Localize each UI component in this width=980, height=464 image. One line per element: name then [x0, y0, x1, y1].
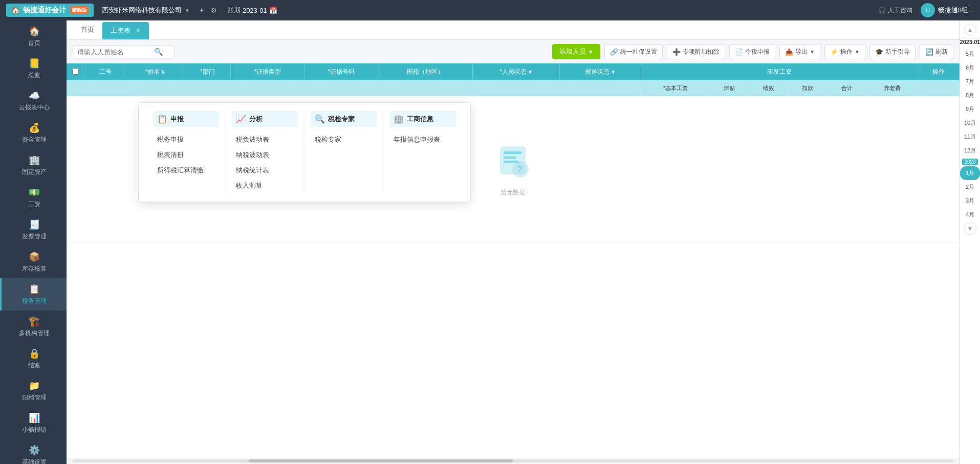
- sidebar-label-cloud: 云报表中心: [19, 103, 50, 112]
- month-9[interactable]: 9月: [960, 102, 980, 116]
- tax-report-btn[interactable]: 📄 个税申报: [729, 45, 775, 59]
- sidebar-label-invoice: 发票管理: [22, 232, 47, 241]
- nav-up-arrow[interactable]: ▲: [964, 24, 976, 36]
- name-sort-icon: ⇅: [161, 70, 165, 75]
- select-all-checkbox[interactable]: [72, 68, 79, 75]
- deduct-btn[interactable]: ➕ 专项附加扣除: [667, 45, 725, 59]
- sidebar-item-multi[interactable]: 🏗️ 多机构管理: [0, 311, 67, 343]
- send-filter-icon[interactable]: ▼: [611, 69, 616, 75]
- header-send[interactable]: 报送状态▼: [560, 63, 641, 80]
- search-input[interactable]: [77, 48, 154, 56]
- month-8[interactable]: 8月: [960, 89, 980, 102]
- guide-btn[interactable]: 🎓 新手引导: [869, 45, 916, 59]
- sidebar-label-tax: 税务管理: [22, 297, 47, 305]
- sidebar-item-cloud[interactable]: ☁️ 云报表中心: [0, 85, 67, 117]
- invoice-icon: 🧾: [29, 219, 40, 230]
- app-sub-label: 旗舰版: [70, 6, 89, 14]
- search-box[interactable]: 🔍: [73, 45, 175, 58]
- scrollbar-track[interactable]: [73, 459, 953, 462]
- sub-header-base: *基本工资: [641, 80, 710, 96]
- sidebar-item-archive[interactable]: 📁 归档管理: [0, 375, 67, 407]
- pay-wave-label: 纳税波动表: [236, 151, 269, 159]
- sub-header-pension: 养老费: [866, 80, 918, 96]
- bottom-scrollbar[interactable]: [67, 458, 960, 464]
- ledger-icon: 📒: [29, 58, 40, 69]
- svg-text:?: ?: [517, 165, 522, 173]
- sidebar-item-funds[interactable]: 💰 资金管理: [0, 117, 67, 149]
- sub-header-spacer: [67, 80, 641, 96]
- month-11[interactable]: 11月: [960, 130, 980, 144]
- tab-close-icon[interactable]: ✕: [136, 27, 141, 34]
- month-1[interactable]: 1月: [960, 166, 980, 180]
- sidebar-item-assets[interactable]: 🏢 固定资产: [0, 149, 67, 182]
- app-name: 畅捷通好会计: [23, 6, 66, 15]
- sidebar-item-tax[interactable]: 📋 税务管理: [0, 278, 67, 311]
- add-company-icon[interactable]: ＋: [198, 6, 205, 15]
- sidebar-label-settings: 基础设置: [22, 458, 47, 464]
- sidebar-item-ledger[interactable]: 📒 总账: [0, 53, 67, 85]
- action-btn[interactable]: ⚡ 操作 ▼: [824, 45, 865, 59]
- tab-salary[interactable]: 工资表 ✕: [102, 22, 149, 39]
- home-icon: 🏠: [29, 26, 40, 37]
- dropdown-item-expert[interactable]: 税检专家: [311, 132, 377, 147]
- dropdown-item-pay-wave[interactable]: 纳税波动表: [232, 147, 298, 163]
- refresh-btn[interactable]: 🔄 刷新: [920, 45, 953, 59]
- expert-icon: 🔍: [315, 114, 325, 124]
- dropdown-section-analysis: 📈 分析 税负波动表 纳税波动表 纳税统计表 收入测算: [226, 111, 304, 193]
- sidebar-label-archive: 归档管理: [22, 393, 47, 402]
- sidebar-item-close[interactable]: 🔒 结账: [0, 343, 67, 375]
- month-12[interactable]: 12月: [960, 144, 980, 158]
- sidebar-item-inventory[interactable]: 📦 库存核算: [0, 246, 67, 278]
- dropdown-section-biz: 🏢 工商信息 年报信息申报表: [383, 111, 462, 193]
- calendar-icon[interactable]: 📅: [269, 7, 277, 14]
- dropdown-item-tax-stat[interactable]: 纳税统计表: [232, 163, 298, 178]
- period-label: 账期: [227, 6, 241, 15]
- settings-icon[interactable]: ⚙: [211, 7, 217, 14]
- salary-icon: 💵: [29, 187, 40, 198]
- sidebar-item-invoice[interactable]: 🧾 发票管理: [0, 214, 67, 246]
- company-selector[interactable]: 西安虾米网络科技有限公司 ▼: [102, 6, 190, 15]
- header-operation-label: 操作: [932, 68, 945, 75]
- declare-section-title: 📋 申报: [153, 111, 219, 127]
- tab-salary-label: 工资表: [111, 27, 130, 34]
- sidebar-item-home[interactable]: 🏠 首页: [0, 20, 67, 53]
- month-10[interactable]: 10月: [960, 116, 980, 130]
- top-bar-actions: ＋ ⚙: [198, 6, 217, 15]
- dropdown-item-tax-wave[interactable]: 税负波动表: [232, 132, 298, 147]
- month-2[interactable]: 2月: [960, 180, 980, 194]
- headset-icon: 🎧: [878, 7, 886, 14]
- export-btn[interactable]: 📤 导出 ▼: [779, 45, 820, 59]
- year-badge-2023: 2023: [962, 159, 977, 165]
- social-insurance-btn[interactable]: 🔗 统一社保设置: [604, 45, 663, 59]
- sidebar-item-settings[interactable]: ⚙️ 基础设置: [0, 439, 67, 464]
- sub-header-deduct: 扣款: [788, 80, 827, 96]
- dropdown-item-annual[interactable]: 年报信息申报表: [389, 132, 456, 147]
- header-id: 工号: [85, 63, 126, 80]
- service-btn[interactable]: 🎧 人工咨询: [878, 6, 912, 15]
- svg-rect-1: [504, 151, 521, 154]
- header-status[interactable]: *人员状态▼: [473, 63, 560, 80]
- month-4[interactable]: 4月: [960, 208, 980, 222]
- header-checkbox[interactable]: [67, 63, 85, 80]
- user-area[interactable]: U 畅捷通8组...: [921, 3, 974, 17]
- search-icon[interactable]: 🔍: [154, 48, 163, 56]
- dropdown-item-income-calc[interactable]: 收入测算: [232, 178, 298, 193]
- month-6[interactable]: 6月: [960, 61, 980, 75]
- dropdown-item-income-clear[interactable]: 所得税汇算清缴: [153, 163, 219, 178]
- add-person-button[interactable]: 添加人员 ▼: [552, 44, 600, 59]
- sub-header-row: *基本工资 津贴 绩效 扣款 合计 养老费: [67, 80, 960, 96]
- header-name[interactable]: *姓名⇅: [126, 63, 184, 80]
- month-7[interactable]: 7月: [960, 75, 980, 89]
- dropdown-item-tax-table[interactable]: 税表清册: [153, 147, 219, 163]
- header-nation-label: 国籍（地区）: [407, 68, 444, 75]
- app-logo[interactable]: 🏠 畅捷通好会计 旗舰版: [6, 4, 94, 17]
- dropdown-item-tax-report[interactable]: 税务申报: [153, 132, 219, 147]
- tab-home[interactable]: 首页: [73, 21, 102, 39]
- month-3[interactable]: 3月: [960, 194, 980, 208]
- status-filter-icon[interactable]: ▼: [528, 69, 533, 75]
- nav-down-arrow[interactable]: ▼: [964, 223, 976, 235]
- scrollbar-thumb[interactable]: [249, 459, 513, 462]
- sidebar-item-salary[interactable]: 💵 工资: [0, 182, 67, 214]
- sidebar-item-report[interactable]: 📊 小畅报销: [0, 407, 67, 439]
- month-5[interactable]: 5月: [960, 47, 980, 61]
